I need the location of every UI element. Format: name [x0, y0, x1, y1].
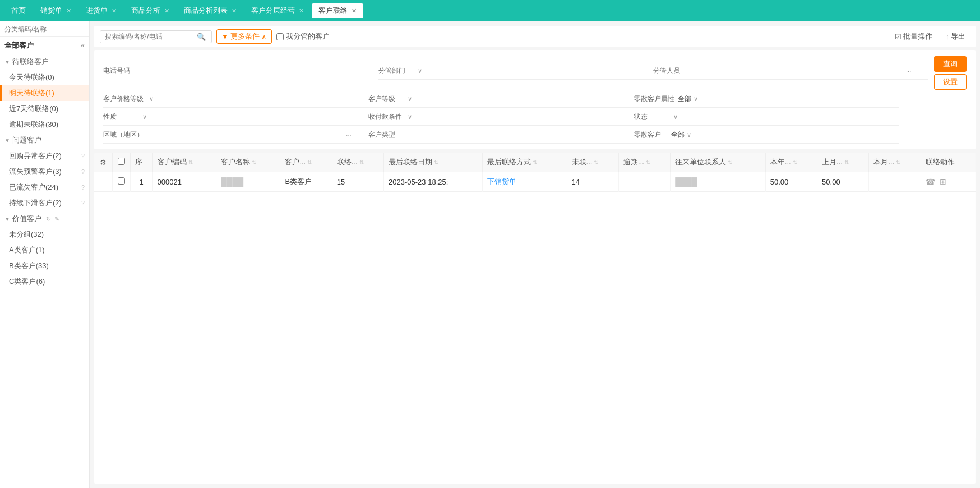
- value-edit-icon[interactable]: ✎: [54, 215, 59, 223]
- qr-action-icon[interactable]: ⊞: [940, 177, 946, 186]
- status-select[interactable]: ∨: [671, 113, 888, 121]
- th-last-date[interactable]: 最后联络日期 ⇅: [384, 153, 483, 172]
- td-action: ☎ ⊞: [921, 172, 976, 192]
- close-tab-1[interactable]: ✕: [112, 7, 117, 15]
- sidebar-class-a[interactable]: A类客户(1): [0, 242, 89, 258]
- th-contact[interactable]: 联络... ⇅: [332, 153, 383, 172]
- sidebar-section-problem[interactable]: ▼ 问题客户: [0, 132, 89, 148]
- my-customers-checkbox-label[interactable]: 我分管的客户: [276, 31, 330, 42]
- value-refresh-icon[interactable]: ↻: [46, 215, 51, 223]
- sidebar-class-b[interactable]: B类客户(33): [0, 258, 89, 274]
- phone-input[interactable]: [140, 66, 367, 76]
- close-tab-2[interactable]: ✕: [164, 7, 169, 15]
- sidebar-search-input[interactable]: [4, 25, 89, 33]
- chevron-icon: ∧: [261, 33, 267, 41]
- retail-attr-select[interactable]: 全部 ∨: [678, 94, 888, 104]
- nav-tab-5[interactable]: 客户联络 ✕: [312, 3, 363, 18]
- retail-customer-select[interactable]: 全部 ∨: [671, 130, 888, 140]
- filter-gender: 性质 ∨: [103, 112, 368, 126]
- payment-select[interactable]: ∨: [405, 113, 622, 121]
- filter-row-2: 客户价格等级 ∨ 客户等级 ∨ 零散客户属性 全部: [103, 94, 967, 108]
- customer-level-select[interactable]: ∨: [405, 95, 622, 103]
- th-code[interactable]: 客户编码 ⇅: [152, 153, 216, 172]
- sidebar-overdue-pending[interactable]: 逾期未联络(30): [0, 117, 89, 132]
- sort-category: ⇅: [307, 159, 312, 165]
- sidebar-churn-warning[interactable]: 流失预警客户(3) ?: [0, 164, 89, 179]
- sidebar-lost-customers[interactable]: 已流失客户(24) ?: [0, 179, 89, 195]
- sort-this-month: ⇅: [896, 159, 900, 165]
- select-all-checkbox[interactable]: [118, 158, 125, 165]
- nav-tab-3[interactable]: 商品分析列表 ✕: [177, 3, 243, 18]
- th-this-month[interactable]: 本月... ⇅: [869, 153, 921, 172]
- settings-gear-icon[interactable]: ⚙: [100, 158, 107, 167]
- action-icons: ☎ ⊞: [926, 177, 971, 186]
- td-this-year: 50.00: [765, 172, 817, 192]
- th-overdue[interactable]: 逾期... ⇅: [618, 153, 670, 172]
- th-uncontacted[interactable]: 未联... ⇅: [567, 153, 618, 172]
- th-check[interactable]: [112, 153, 130, 172]
- close-tab-3[interactable]: ✕: [232, 7, 237, 15]
- table-row: 1 000021 ████ B类客户 15 2023-05-23 18:25: …: [94, 172, 976, 192]
- th-this-year[interactable]: 本年... ⇅: [765, 153, 817, 172]
- th-category[interactable]: 客户... ⇅: [280, 153, 332, 172]
- sidebar-today-pending[interactable]: 今天待联络(0): [0, 70, 89, 85]
- td-check[interactable]: [112, 172, 130, 192]
- search-input[interactable]: [105, 33, 195, 40]
- table-scroll[interactable]: ⚙ 序 客户编码 ⇅: [94, 153, 976, 484]
- sidebar-class-c[interactable]: C类客户(6): [0, 274, 89, 289]
- filter-retail-customer: 零散客户 全部 ∨: [634, 130, 899, 144]
- help-icon-4[interactable]: ?: [81, 200, 85, 206]
- gender-chevron: ∨: [142, 113, 147, 121]
- filter-status: 状态 ∨: [634, 112, 899, 126]
- help-icon-1[interactable]: ?: [81, 153, 85, 159]
- region-more-btn[interactable]: ···: [346, 132, 357, 139]
- batch-operation-button[interactable]: ☑ 批量操作: [890, 30, 937, 43]
- query-button[interactable]: 查询: [934, 56, 967, 72]
- nav-tab-4[interactable]: 客户分层经营 ✕: [244, 3, 311, 18]
- sidebar-declining-customers[interactable]: 持续下滑客户(2) ?: [0, 195, 89, 211]
- price-level-select[interactable]: ∨: [147, 95, 357, 103]
- th-last-method[interactable]: 最后联络方式 ⇅: [482, 153, 567, 172]
- search-icon[interactable]: 🔍: [197, 33, 206, 41]
- more-conditions-button[interactable]: ▼ 更多条件 ∧: [216, 29, 272, 44]
- help-icon-3[interactable]: ?: [81, 184, 85, 191]
- gender-select[interactable]: ∨: [140, 113, 357, 121]
- close-tab-5[interactable]: ✕: [352, 7, 357, 15]
- sidebar-ungrouped[interactable]: 未分组(32): [0, 227, 89, 242]
- my-customers-checkbox[interactable]: [276, 33, 284, 40]
- td-this-month: [869, 172, 921, 192]
- phone-action-icon[interactable]: ☎: [926, 177, 935, 186]
- th-gear[interactable]: ⚙: [94, 153, 112, 172]
- close-tab-0[interactable]: ✕: [66, 7, 71, 15]
- sidebar-section-pending[interactable]: ▼ 待联络客户: [0, 54, 89, 70]
- help-icon-2[interactable]: ?: [81, 168, 85, 175]
- data-table: ⚙ 序 客户编码 ⇅: [94, 153, 976, 192]
- sidebar-tomorrow-pending[interactable]: 明天待联络(1): [0, 85, 89, 101]
- customer-level-chevron: ∨: [408, 95, 412, 103]
- nav-home[interactable]: 首页: [4, 3, 33, 18]
- close-tab-4[interactable]: ✕: [299, 7, 304, 15]
- td-name: ████: [216, 172, 280, 192]
- dept-select[interactable]: ∨: [415, 67, 642, 75]
- th-related[interactable]: 往来单位联系人 ⇅: [671, 153, 765, 172]
- settings-button[interactable]: 设置: [934, 74, 967, 90]
- pending-arrow: ▼: [4, 59, 10, 65]
- nav-tab-0[interactable]: 销货单 ✕: [34, 3, 78, 18]
- sidebar: 🔍 全部客户 « ▼ 待联络客户 今天待联络(0) 明天待联络(1) 近7天待联…: [0, 21, 90, 488]
- nav-tab-1[interactable]: 进货单 ✕: [79, 3, 123, 18]
- last-method-link[interactable]: 下销货单: [487, 177, 516, 186]
- sidebar-all-customers[interactable]: 全部客户 «: [0, 37, 89, 54]
- row-checkbox[interactable]: [118, 177, 125, 185]
- td-overdue: [618, 172, 670, 192]
- td-last-method[interactable]: 下销货单: [482, 172, 567, 192]
- sort-this-year: ⇅: [793, 159, 797, 165]
- td-code: 000021: [152, 172, 216, 192]
- th-last-month[interactable]: 上月... ⇅: [817, 153, 869, 172]
- nav-tab-2[interactable]: 商品分析 ✕: [124, 3, 176, 18]
- sidebar-repurchase-abnormal[interactable]: 回购异常客户(2) ?: [0, 148, 89, 164]
- export-button[interactable]: ↑ 导出: [941, 30, 970, 43]
- sidebar-7days-pending[interactable]: 近7天待联络(0): [0, 101, 89, 117]
- manager-more-btn[interactable]: ···: [906, 68, 917, 75]
- sidebar-section-value[interactable]: ▼ 价值客户 ↻ ✎: [0, 211, 89, 227]
- th-name[interactable]: 客户名称 ⇅: [216, 153, 280, 172]
